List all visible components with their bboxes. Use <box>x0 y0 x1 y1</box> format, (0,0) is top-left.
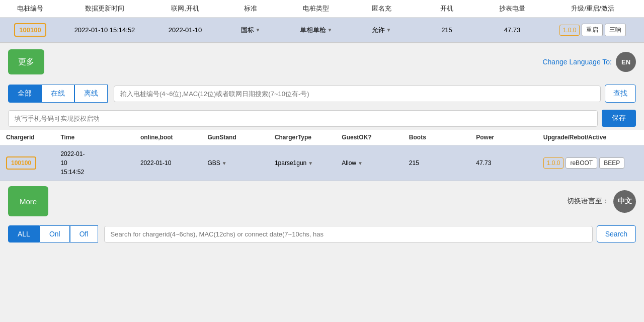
en-header-power: Power <box>476 134 539 141</box>
en-header-charger-type: ChargerType <box>275 134 338 141</box>
en-lang-switch-label: 切换语言至： <box>567 197 609 206</box>
en-search-input[interactable] <box>104 226 593 243</box>
header-boots: 开机 <box>417 4 477 13</box>
en-row-guest-ok-cell: Allow ▼ <box>342 159 405 167</box>
en-controls-row: More 切换语言至： 中文 <box>0 181 644 221</box>
zh-lang-switch-label: Change Language To: <box>542 58 612 66</box>
zh-lang-en-button[interactable]: EN <box>616 52 636 72</box>
en-more-button[interactable]: More <box>8 186 48 216</box>
zh-filter-row: 全部 在线 离线 查找 <box>0 80 644 107</box>
en-row-upgrade-cell: 1.0.0 reBOOT BEEP <box>543 157 638 169</box>
en-header-upgrade: Upgrade/Rebot/Active <box>543 134 638 141</box>
zh-phone-input[interactable] <box>8 110 598 127</box>
en-filter-row: ALL Onl Ofl Search <box>0 221 644 247</box>
header-guest-ok: 匿名充 <box>351 4 412 13</box>
en-header-boots: Boots <box>409 134 472 141</box>
zh-search-button[interactable]: 查找 <box>605 85 636 103</box>
en-row-power-cell: 47.73 <box>476 159 539 167</box>
zh-tab-all[interactable]: 全部 <box>8 85 41 103</box>
standard-chevron-icon: ▼ <box>256 27 261 33</box>
zh-table-row: 100100 2022-01-10 15:14:52 2022-01-10 国标… <box>0 18 644 43</box>
en-header-guest-ok: GuestOK? <box>342 134 405 141</box>
zh-save-button[interactable]: 保存 <box>602 110 636 127</box>
zh-tab-offline[interactable]: 离线 <box>74 85 108 103</box>
version-badge: 1.0.0 <box>559 25 580 36</box>
en-charger-id-badge: 100100 <box>6 156 36 170</box>
header-charger-type: 电桩类型 <box>286 4 346 13</box>
header-upgrade: 升级/重启/激活 <box>547 4 638 13</box>
row-charger-type-cell: 单相单枪 ▼ <box>286 26 346 35</box>
guest-ok-select[interactable]: 允许 ▼ <box>372 26 391 35</box>
standard-select[interactable]: 国标 ▼ <box>241 26 261 35</box>
row-standard-cell: 国标 ▼ <box>220 26 281 35</box>
en-header-gunstand: GunStand <box>207 134 270 141</box>
en-tab-offline[interactable]: Ofl <box>70 225 98 243</box>
zh-table-header: 电桩编号 数据更新时间 联网,开机 标准 电桩类型 匿名充 开机 抄表电量 升级… <box>0 0 644 18</box>
row-guest-ok-cell: 允许 ▼ <box>351 26 412 35</box>
zh-lang-switch: Change Language To: EN <box>542 52 636 72</box>
en-beep-button[interactable]: BEEP <box>599 157 624 169</box>
zh-search-input[interactable] <box>114 86 601 102</box>
en-row-charger-type-cell: 1parse1gun ▼ <box>275 159 338 167</box>
en-row-gunstand-cell: GBS ▼ <box>207 159 270 167</box>
zh-more-button[interactable]: 更多 <box>8 49 44 74</box>
header-power: 抄表电量 <box>482 4 542 13</box>
en-guest-ok-select[interactable]: Allow ▼ <box>342 159 363 167</box>
en-search-button[interactable]: Search <box>597 225 636 243</box>
en-gunstand-chevron-icon: ▼ <box>222 160 227 166</box>
en-row-time-cell: 2022-01- 10 15:14:52 <box>60 149 136 177</box>
row-power-cell: 47.73 <box>482 26 542 34</box>
en-header-online-boot: online,boot <box>140 134 203 141</box>
en-tab-online[interactable]: Onl <box>40 225 70 243</box>
charger-type-chevron-icon: ▼ <box>328 27 333 33</box>
guest-ok-chevron-icon: ▼ <box>386 27 391 33</box>
zh-tab-online[interactable]: 在线 <box>41 85 74 103</box>
en-charger-type-chevron-icon: ▼ <box>308 160 313 166</box>
header-time: 数据更新时间 <box>59 4 150 13</box>
en-header-time: Time <box>60 134 136 141</box>
en-charger-type-select[interactable]: 1parse1gun ▼ <box>275 159 313 167</box>
top-panel: 电桩编号 数据更新时间 联网,开机 标准 电桩类型 匿名充 开机 抄表电量 升级… <box>0 0 644 43</box>
beep-button[interactable]: 三响 <box>605 24 626 36</box>
en-lang-switch: 切换语言至： 中文 <box>567 190 636 213</box>
header-standard: 标准 <box>220 4 281 13</box>
charger-id-badge: 100100 <box>14 23 46 37</box>
en-row-online-cell: 2022-01-10 <box>140 159 203 167</box>
charger-type-select[interactable]: 单相单枪 ▼ <box>300 26 333 35</box>
en-gunstand-select[interactable]: GBS ▼ <box>207 159 226 167</box>
en-header-chargerid: Chargerid <box>6 134 56 141</box>
en-lang-zh-button[interactable]: 中文 <box>613 190 636 213</box>
zh-controls-row: 更多 Change Language To: EN <box>0 43 644 80</box>
main-panel: 电桩编号 数据更新时间 联网,开机 标准 电桩类型 匿名充 开机 抄表电量 升级… <box>0 0 644 247</box>
header-online-boot: 联网,开机 <box>155 4 215 13</box>
en-table-row: 100100 2022-01- 10 15:14:52 2022-01-10 G… <box>0 145 644 181</box>
row-upgrade-cell: 1.0.0 重启 三响 <box>547 24 638 36</box>
header-chargerid: 电桩编号 <box>6 4 54 13</box>
en-tab-all[interactable]: ALL <box>8 225 40 243</box>
en-reboot-button[interactable]: reBOOT <box>566 157 597 169</box>
row-online-cell: 2022-01-10 <box>155 26 215 34</box>
reboot-button[interactable]: 重启 <box>582 24 603 36</box>
row-time-cell: 2022-01-10 15:14:52 <box>59 26 150 34</box>
en-table-header: Chargerid Time online,boot GunStand Char… <box>0 130 644 145</box>
en-row-id-cell: 100100 <box>6 156 56 170</box>
zh-phone-row: 保存 <box>0 107 644 130</box>
en-guest-ok-chevron-icon: ▼ <box>358 160 363 166</box>
en-version-badge: 1.0.0 <box>543 157 564 169</box>
en-row-boots-cell: 215 <box>409 159 472 167</box>
row-boots-cell: 215 <box>417 26 477 34</box>
row-id-cell: 100100 <box>6 23 54 37</box>
